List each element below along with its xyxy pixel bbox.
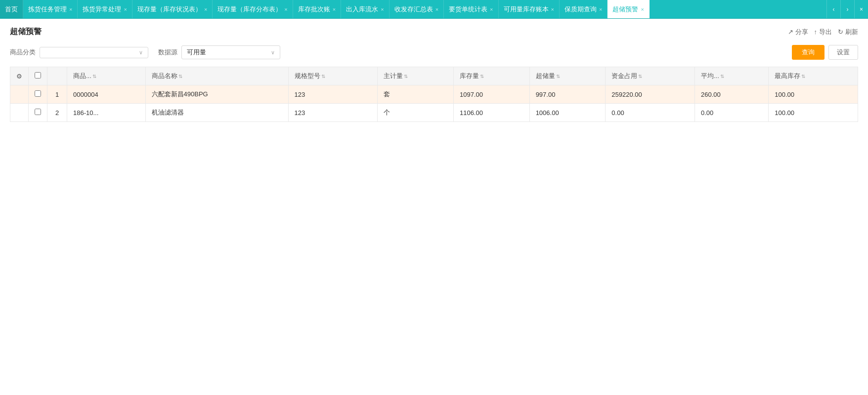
th-row-num [47, 67, 67, 85]
th-spec-label: 规格型号 [295, 72, 320, 80]
export-label: 导出 [819, 28, 832, 37]
nav-item-task-mgmt[interactable]: 拣货任务管理 × [23, 0, 78, 19]
nav-close-stock-status[interactable]: × [204, 6, 207, 12]
nav-close-abnormal[interactable]: × [124, 6, 127, 12]
sort-spec[interactable]: 规格型号 ⇅ [295, 72, 325, 80]
row-max-stock: 100.00 [769, 85, 858, 104]
data-source-value: 可用量 [187, 48, 206, 57]
nav-close-order-stat[interactable]: × [490, 6, 493, 12]
nav-close-available[interactable]: × [551, 6, 554, 12]
sort-product-code[interactable]: 商品... ⇅ [73, 72, 96, 80]
nav-item-quality[interactable]: 保质期查询 × [560, 0, 608, 19]
sort-max-stock[interactable]: 最高库存 ⇅ [775, 72, 805, 80]
th-product-name-label: 商品名称 [152, 72, 177, 80]
nav-next-arrow[interactable]: › [840, 0, 854, 19]
row-overstock: 997.00 [529, 85, 606, 104]
row-product-name: 六配套新昌490BPG [145, 85, 288, 104]
data-table: ⚙ 商品... ⇅ 商品名称 ⇅ [10, 67, 858, 122]
row-spec: 123 [288, 85, 378, 104]
th-overstock[interactable]: 超储量 ⇅ [529, 67, 606, 85]
row-stock: 1106.00 [453, 104, 529, 122]
sort-icon-overstock: ⇅ [556, 74, 560, 79]
nav-close-quality[interactable]: × [599, 6, 602, 12]
nav-item-stock-dist-label: 现存量（库存分布表） [217, 5, 282, 14]
sort-icon-capital: ⇅ [638, 74, 642, 79]
th-avg[interactable]: 平均... ⇅ [695, 67, 769, 85]
th-avg-label: 平均... [701, 72, 719, 80]
sort-icon-unit: ⇅ [404, 74, 408, 79]
row-unit: 套 [378, 85, 454, 104]
sort-unit[interactable]: 主计量 ⇅ [384, 72, 408, 80]
nav-close-batch[interactable]: × [333, 6, 336, 12]
data-source-chevron-icon: ∨ [271, 49, 275, 56]
gear-icon: ⚙ [16, 73, 22, 80]
th-capital[interactable]: 资金占用 ⇅ [606, 67, 695, 85]
share-button[interactable]: ↗ 分享 [788, 28, 808, 37]
nav-close-stock-dist[interactable]: × [284, 6, 287, 12]
row-checkbox-cell[interactable] [29, 104, 47, 122]
nav-item-order-stat[interactable]: 要货单统计表 × [444, 0, 498, 19]
row-settings-cell [10, 104, 29, 122]
nav-item-home[interactable]: 首页 [0, 0, 23, 19]
nav-item-available[interactable]: 可用量库存账本 × [499, 0, 560, 19]
sort-overstock[interactable]: 超储量 ⇅ [536, 72, 560, 80]
nav-item-stock-status[interactable]: 现存量（库存状况表） × [132, 0, 213, 19]
nav-item-batch[interactable]: 库存批次账 × [293, 0, 341, 19]
nav-close-collect[interactable]: × [435, 6, 438, 12]
sort-icon-stock: ⇅ [480, 74, 484, 79]
th-settings[interactable]: ⚙ [10, 67, 29, 85]
table-row[interactable]: 2 186-10... 机油滤清器 123 个 1106.00 1006.00 … [10, 104, 858, 122]
th-max-stock[interactable]: 最高库存 ⇅ [769, 67, 858, 85]
nav-close-inout-flow[interactable]: × [381, 6, 384, 12]
filter-data-source: 数据源 可用量 ∨ [158, 45, 280, 59]
data-source-label: 数据源 [158, 48, 177, 57]
data-source-select[interactable]: 可用量 ∨ [181, 45, 280, 59]
th-product-name[interactable]: 商品名称 ⇅ [145, 67, 288, 85]
nav-item-abnormal-label: 拣货异常处理 [83, 5, 121, 14]
th-checkbox[interactable] [29, 67, 47, 85]
sort-capital[interactable]: 资金占用 ⇅ [611, 72, 642, 80]
nav-item-collect[interactable]: 收发存汇总表 × [390, 0, 444, 19]
refresh-label: 刷新 [845, 28, 858, 37]
nav-item-home-label: 首页 [5, 5, 18, 14]
nav-close-overstock[interactable]: × [641, 6, 644, 12]
th-spec[interactable]: 规格型号 ⇅ [288, 67, 378, 85]
row-unit: 个 [378, 104, 454, 122]
nav-item-stock-dist[interactable]: 现存量（库存分布表） × [213, 0, 293, 19]
sort-avg[interactable]: 平均... ⇅ [701, 72, 724, 80]
nav-item-batch-label: 库存批次账 [298, 5, 330, 14]
row-checkbox[interactable] [35, 109, 41, 115]
row-checkbox-cell[interactable] [29, 85, 47, 104]
row-capital: 0.00 [606, 104, 695, 122]
export-button[interactable]: ↑ 导出 [814, 28, 832, 37]
nav-item-collect-label: 收发存汇总表 [394, 5, 433, 14]
row-overstock: 1006.00 [529, 104, 606, 122]
th-product-code[interactable]: 商品... ⇅ [67, 67, 146, 85]
nav-close-all[interactable]: × [854, 0, 868, 19]
refresh-button[interactable]: ↻ 刷新 [838, 28, 858, 37]
settings-button[interactable]: 设置 [828, 45, 858, 60]
row-product-code: 186-10... [67, 104, 146, 122]
row-avg: 0.00 [695, 104, 769, 122]
nav-item-inout-flow[interactable]: 出入库流水 × [341, 0, 389, 19]
product-category-select[interactable]: ∨ [40, 47, 148, 58]
nav-close-task-mgmt[interactable]: × [69, 6, 72, 12]
table-body: 1 0000004 六配套新昌490BPG 123 套 1097.00 997.… [10, 85, 858, 122]
th-unit-label: 主计量 [384, 72, 403, 80]
row-product-name: 机油滤清器 [145, 104, 288, 122]
sort-product-name[interactable]: 商品名称 ⇅ [152, 72, 182, 80]
row-num: 2 [47, 104, 67, 122]
th-stock[interactable]: 库存量 ⇅ [453, 67, 529, 85]
table-row[interactable]: 1 0000004 六配套新昌490BPG 123 套 1097.00 997.… [10, 85, 858, 104]
select-all-checkbox[interactable] [35, 72, 41, 79]
th-product-code-label: 商品... [73, 72, 91, 80]
nav-prev-arrow[interactable]: ‹ [826, 0, 840, 19]
nav-item-inout-flow-label: 出入库流水 [346, 5, 378, 14]
nav-item-overstock[interactable]: 超储预警 × [608, 0, 649, 19]
page-header: 超储预警 ↗ 分享 ↑ 导出 ↻ 刷新 [10, 27, 858, 37]
row-checkbox[interactable] [35, 90, 41, 97]
nav-item-abnormal[interactable]: 拣货异常处理 × [78, 0, 132, 19]
th-unit[interactable]: 主计量 ⇅ [378, 67, 454, 85]
sort-stock[interactable]: 库存量 ⇅ [460, 72, 484, 80]
query-button[interactable]: 查询 [792, 45, 825, 60]
